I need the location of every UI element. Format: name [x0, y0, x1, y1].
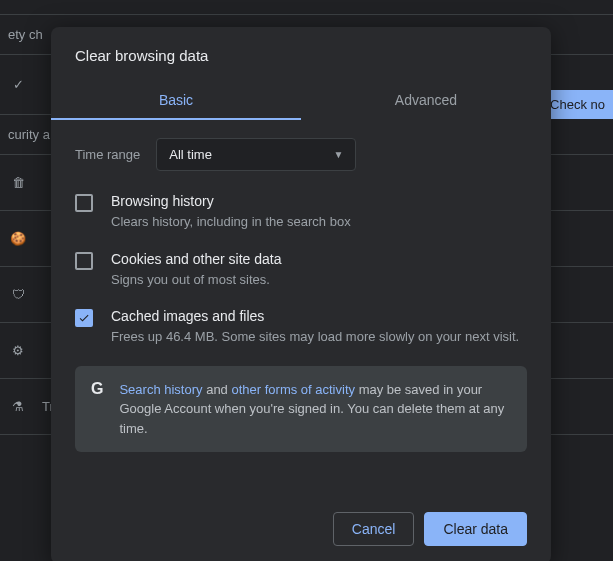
time-range-value: All time: [169, 147, 212, 162]
shield-icon: 🛡: [8, 287, 28, 302]
clear-browsing-data-dialog: Clear browsing data Basic Advanced Time …: [51, 27, 551, 561]
google-icon: G: [91, 380, 103, 439]
bg-safety-text: ety ch: [8, 27, 43, 42]
chevron-down-icon: ▼: [333, 149, 343, 160]
trash-icon: 🗑: [8, 175, 28, 190]
option-title: Cookies and other site data: [111, 251, 281, 267]
other-activity-link[interactable]: other forms of activity: [231, 382, 355, 397]
tab-basic[interactable]: Basic: [51, 80, 301, 120]
tabs: Basic Advanced: [51, 80, 551, 120]
check-now-button[interactable]: Check no: [542, 90, 613, 119]
info-text: Search history and other forms of activi…: [119, 380, 511, 439]
shield-check-icon: ✓: [8, 77, 28, 92]
info-box: G Search history and other forms of acti…: [75, 366, 527, 453]
time-range-label: Time range: [75, 147, 140, 162]
tab-advanced[interactable]: Advanced: [301, 80, 551, 120]
bg-security-text: curity a: [8, 127, 50, 142]
flask-icon: ⚗: [8, 399, 28, 414]
sliders-icon: ⚙: [8, 343, 28, 358]
option-title: Browsing history: [111, 193, 351, 209]
option-sub: Signs you out of most sites.: [111, 271, 281, 289]
cancel-button[interactable]: Cancel: [333, 512, 415, 546]
time-range-select[interactable]: All time ▼: [156, 138, 356, 171]
dialog-title: Clear browsing data: [51, 27, 551, 80]
cookie-icon: 🍪: [8, 231, 28, 246]
checkbox-cookies[interactable]: [75, 252, 93, 270]
option-sub: Clears history, including in the search …: [111, 213, 351, 231]
search-history-link[interactable]: Search history: [119, 382, 202, 397]
option-sub: Frees up 46.4 MB. Some sites may load mo…: [111, 328, 519, 346]
clear-data-button[interactable]: Clear data: [424, 512, 527, 546]
option-title: Cached images and files: [111, 308, 519, 324]
checkbox-browsing-history[interactable]: [75, 194, 93, 212]
checkbox-cached[interactable]: [75, 309, 93, 327]
